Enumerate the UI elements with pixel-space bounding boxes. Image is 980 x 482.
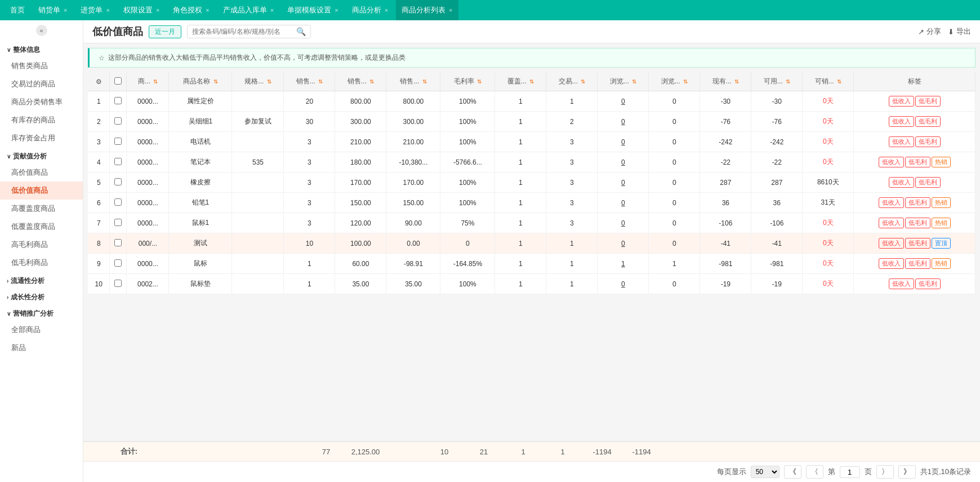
nav-item-template[interactable]: 单据模板设置 × xyxy=(282,0,344,20)
cell-checkbox[interactable] xyxy=(110,233,127,254)
per-page-select[interactable]: 50 100 200 xyxy=(751,466,779,478)
sidebar-item-low-margin[interactable]: 低毛利商品 xyxy=(0,254,83,272)
sidebar-item-all-goods[interactable]: 全部商品 xyxy=(0,321,83,339)
sidebar-item-high-coverage[interactable]: 高覆盖度商品 xyxy=(0,200,83,218)
close-icon[interactable]: × xyxy=(156,7,159,14)
col-name[interactable]: 商品名称 ⇅ xyxy=(169,72,232,91)
cell-checkbox[interactable] xyxy=(110,132,127,152)
cell-view1[interactable]: 0 xyxy=(598,274,649,294)
col-sale3[interactable]: 销售... ⇅ xyxy=(386,72,440,91)
cell-checkbox[interactable] xyxy=(110,91,127,112)
view-link[interactable]: 1 xyxy=(621,260,625,268)
nav-item-purchase[interactable]: 进货单 × xyxy=(75,0,115,20)
row-checkbox[interactable] xyxy=(114,280,122,287)
row-checkbox[interactable] xyxy=(114,259,122,267)
sidebar-group-flow[interactable]: › 流通性分析 xyxy=(0,272,83,288)
view-link[interactable]: 0 xyxy=(621,240,625,247)
close-icon[interactable]: × xyxy=(449,7,452,14)
cell-checkbox[interactable] xyxy=(110,173,127,193)
close-icon[interactable]: × xyxy=(106,7,109,14)
col-spec[interactable]: 规格... ⇅ xyxy=(232,72,284,91)
cell-view1[interactable]: 0 xyxy=(598,173,649,193)
table-row[interactable]: 7 0000... 鼠标1 3 120.00 90.00 75% 1 3 0 0… xyxy=(88,213,975,233)
view-link[interactable]: 0 xyxy=(621,280,625,288)
prev-page-button[interactable]: 〈 xyxy=(806,465,823,479)
col-checkbox[interactable] xyxy=(110,72,127,91)
cell-checkbox[interactable] xyxy=(110,112,127,132)
nav-item-permissions[interactable]: 权限设置 × xyxy=(118,0,165,20)
close-icon[interactable]: × xyxy=(385,7,388,14)
row-checkbox[interactable] xyxy=(114,117,122,125)
view-link[interactable]: 0 xyxy=(621,158,625,166)
row-checkbox[interactable] xyxy=(114,239,122,246)
table-container[interactable]: ⚙ 商... ⇅ 商品名称 ⇅ 规格... ⇅ 销售... ⇅ 销售... ⇅ … xyxy=(88,72,975,441)
sidebar-item-category-rate[interactable]: 商品分类销售率 xyxy=(0,93,83,111)
nav-item-sales[interactable]: 销货单 × xyxy=(33,0,73,20)
table-row[interactable]: 8 000/... 测试 10 100.00 0.00 0 1 1 0 0 -4… xyxy=(88,233,975,254)
col-view1[interactable]: 浏览... ⇅ xyxy=(598,72,649,91)
cell-view1[interactable]: 1 xyxy=(598,254,649,274)
nav-item-analysis-list[interactable]: 商品分析列表 × xyxy=(396,0,458,20)
share-button[interactable]: ↗ 分享 xyxy=(918,26,941,37)
view-link[interactable]: 0 xyxy=(621,219,625,227)
sidebar-item-high-margin[interactable]: 高毛利商品 xyxy=(0,236,83,254)
nav-item-warehouse[interactable]: 产成品入库单 × xyxy=(217,0,279,20)
cell-checkbox[interactable] xyxy=(110,193,127,213)
sidebar-item-sales-goods[interactable]: 销售类商品 xyxy=(0,57,83,75)
close-icon[interactable]: × xyxy=(270,7,274,14)
first-page-button[interactable]: 《 xyxy=(784,465,801,479)
col-sale2[interactable]: 销售... ⇅ xyxy=(335,72,386,91)
row-checkbox[interactable] xyxy=(114,219,122,226)
col-stock1[interactable]: 现有... ⇅ xyxy=(700,72,751,91)
cell-view1[interactable]: 0 xyxy=(598,152,649,173)
sidebar-item-stock-goods[interactable]: 有库存的商品 xyxy=(0,111,83,129)
col-settings[interactable]: ⚙ xyxy=(88,72,110,91)
cell-view1[interactable]: 0 xyxy=(598,132,649,152)
col-stock3[interactable]: 可销... ⇅ xyxy=(803,72,854,91)
view-link[interactable]: 0 xyxy=(621,179,625,187)
search-input[interactable] xyxy=(192,28,296,36)
period-button[interactable]: 近一月 xyxy=(149,25,181,38)
sidebar-item-traded-goods[interactable]: 交易过的商品 xyxy=(0,75,83,93)
row-checkbox[interactable] xyxy=(114,178,122,185)
table-row[interactable]: 9 0000... 鼠标 1 60.00 -98.91 -164.85% 1 1… xyxy=(88,254,975,274)
next-page-button[interactable]: 〉 xyxy=(876,465,894,479)
view-link[interactable]: 0 xyxy=(621,138,625,146)
sidebar-group-marketing[interactable]: ∨ 营销推广分析 xyxy=(0,304,83,321)
cell-view1[interactable]: 0 xyxy=(598,213,649,233)
search-icon[interactable]: 🔍 xyxy=(296,27,306,36)
table-row[interactable]: 3 0000... 电话机 3 210.00 210.00 100% 1 3 0… xyxy=(88,132,975,152)
view-link[interactable]: 0 xyxy=(621,199,625,207)
table-row[interactable]: 4 0000... 笔记本 535 3 180.00 -10,380... -5… xyxy=(88,152,975,173)
col-view2[interactable]: 浏览... ⇅ xyxy=(649,72,700,91)
cell-checkbox[interactable] xyxy=(110,152,127,173)
col-code[interactable]: 商... ⇅ xyxy=(127,72,169,91)
sidebar-item-high-value[interactable]: 高价值商品 xyxy=(0,163,83,182)
row-checkbox[interactable] xyxy=(114,97,122,104)
export-button[interactable]: ⬇ 导出 xyxy=(948,26,971,37)
close-icon[interactable]: × xyxy=(206,7,209,14)
nav-item-roles[interactable]: 角色授权 × xyxy=(167,0,215,20)
cell-view1[interactable]: 0 xyxy=(598,233,649,254)
sidebar-item-new-goods[interactable]: 新品 xyxy=(0,339,83,357)
cell-checkbox[interactable] xyxy=(110,274,127,294)
cell-checkbox[interactable] xyxy=(110,213,127,233)
table-row[interactable]: 6 0000... 铅笔1 3 150.00 150.00 100% 1 3 0… xyxy=(88,193,975,213)
table-row[interactable]: 1 0000... 属性定价 20 800.00 800.00 100% 1 1… xyxy=(88,91,975,112)
col-trade[interactable]: 交易... ⇅ xyxy=(546,72,598,91)
col-margin[interactable]: 毛利率 ⇅ xyxy=(440,72,495,91)
nav-item-analysis[interactable]: 商品分析 × xyxy=(346,0,394,20)
cell-checkbox[interactable] xyxy=(110,254,127,274)
nav-item-home[interactable]: 首页 xyxy=(5,0,30,20)
sidebar-group-growth[interactable]: › 成长性分析 xyxy=(0,288,83,304)
col-cover[interactable]: 覆盖... ⇅ xyxy=(495,72,546,91)
close-icon[interactable]: × xyxy=(64,7,67,14)
page-input[interactable] xyxy=(840,466,860,478)
row-checkbox[interactable] xyxy=(114,138,122,145)
sidebar-item-capital[interactable]: 库存资金占用 xyxy=(0,129,83,147)
sidebar-collapse-btn[interactable]: « xyxy=(36,25,47,36)
col-stock2[interactable]: 可用... ⇅ xyxy=(751,72,803,91)
table-row[interactable]: 10 0002... 鼠标垫 1 35.00 35.00 100% 1 1 0 … xyxy=(88,274,975,294)
select-all-checkbox[interactable] xyxy=(114,77,122,85)
view-link[interactable]: 0 xyxy=(621,118,625,126)
